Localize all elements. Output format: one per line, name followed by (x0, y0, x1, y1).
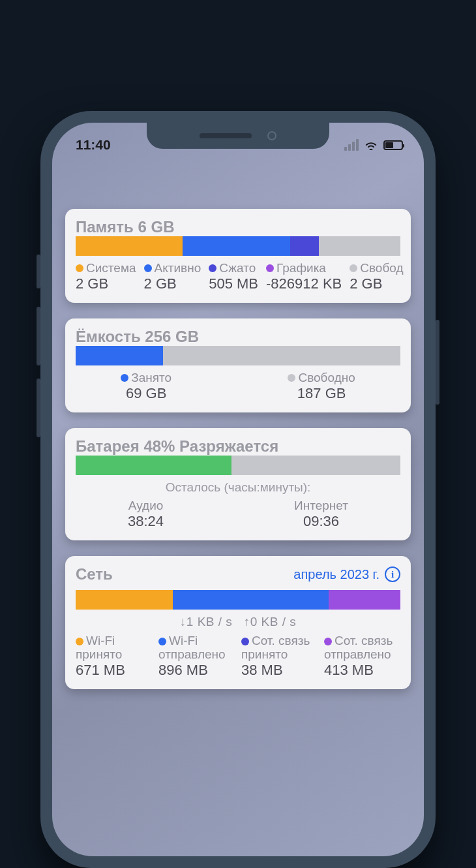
network-title: Сеть (76, 565, 113, 583)
battery-icon (383, 140, 403, 150)
network-period: апрель 2023 г. (293, 567, 379, 582)
legend-value: -826912 KB (266, 275, 342, 292)
legend-label-line1: Сот. связь (324, 634, 400, 648)
legend-value: 413 MB (324, 662, 400, 679)
bar-segment (76, 346, 163, 365)
volume-down-button[interactable] (37, 379, 40, 437)
legend-label: Активно (155, 261, 201, 275)
bar-segment (76, 456, 231, 475)
legend-item: Сжато505 MB (209, 261, 258, 292)
memory-title: Память 6 GB (76, 218, 400, 236)
legend-item: Wi-Fiотправлено896 MB (158, 634, 235, 679)
legend-item: Активно2 GB (144, 261, 201, 292)
mute-switch[interactable] (37, 255, 40, 288)
legend-dot-icon (76, 638, 83, 645)
legend-item: Занято69 GB (121, 371, 171, 402)
battery-bar (76, 456, 400, 475)
bar-segment (319, 236, 400, 256)
legend-item: Wi-Fiпринято671 MB (76, 634, 152, 679)
legend-dot-icon (241, 638, 249, 645)
storage-title: Ёмкость 256 GB (76, 328, 400, 346)
legend-label-line2: отправлено (324, 648, 400, 662)
network-legend: Wi-Fiпринято671 MBWi-Fiотправлено896 MBС… (76, 634, 400, 679)
status-right (344, 139, 403, 151)
bar-segment (76, 590, 173, 610)
legend-label: Система (86, 261, 136, 275)
legend-item: Интернет09:36 (294, 499, 348, 530)
legend-dot-icon (144, 264, 152, 272)
bar-segment (173, 590, 329, 610)
legend-value: 2 GB (144, 275, 201, 292)
legend-value: 2 GB (350, 275, 403, 292)
network-period-link[interactable]: апрель 2023 г. i (293, 566, 400, 582)
bar-segment (329, 590, 400, 610)
legend-value: 38 MB (241, 662, 318, 679)
content-column: Память 6 GB Система2 GBАктивно2 GBСжато5… (65, 209, 411, 689)
legend-dot-icon (350, 264, 357, 272)
legend-label-line1: Сот. связь (241, 634, 318, 648)
bar-segment (231, 456, 400, 475)
legend-item: Система2 GB (76, 261, 136, 292)
wifi-icon (364, 140, 378, 150)
status-bar: 11:40 (52, 123, 424, 161)
legend-value: 505 MB (209, 275, 258, 292)
legend-label: Свобод (360, 261, 403, 275)
legend-label: Сжато (219, 261, 256, 275)
power-button[interactable] (436, 320, 439, 405)
legend-value: 2 GB (76, 275, 136, 292)
cellular-signal-icon (344, 139, 359, 151)
legend-label-line1: Wi-Fi (158, 634, 235, 648)
legend-value: 187 GB (297, 385, 346, 402)
legend-label: Занято (131, 371, 171, 385)
legend-value: 38:24 (128, 513, 164, 530)
storage-legend: Занято69 GBСвободно187 GB (76, 371, 400, 402)
legend-dot-icon (266, 264, 274, 272)
battery-legend: Аудио38:24Интернет09:36 (76, 499, 400, 530)
legend-dot-icon (288, 374, 295, 382)
legend-label: Графика (276, 261, 326, 275)
battery-caption: Осталось (часы:минуты): (76, 480, 400, 495)
legend-value: 671 MB (76, 662, 152, 679)
legend-label: Интернет (294, 499, 348, 513)
legend-dot-icon (158, 638, 166, 645)
screen: 11:40 Память 6 GB Система2 GBАктивно2 GB… (52, 123, 424, 856)
legend-dot-icon (209, 264, 216, 272)
storage-card[interactable]: Ёмкость 256 GB Занято69 GBСвободно187 GB (65, 318, 411, 412)
speed-down: ↓1 KB / s (180, 615, 233, 628)
legend-item: Свободно187 GB (288, 371, 355, 402)
battery-card[interactable]: Батарея 48% Разряжается Осталось (часы:м… (65, 428, 411, 540)
phone-frame: 11:40 Память 6 GB Система2 GBАктивно2 GB… (40, 111, 436, 868)
battery-title: Батарея 48% Разряжается (76, 437, 400, 456)
network-speed: ↓1 KB / s ↑0 KB / s (76, 615, 400, 629)
legend-dot-icon (121, 374, 128, 382)
memory-bar (76, 236, 400, 256)
bar-segment (163, 346, 400, 365)
legend-value: 896 MB (158, 662, 235, 679)
info-icon[interactable]: i (385, 566, 400, 582)
legend-label-line2: отправлено (158, 648, 235, 662)
bar-segment (290, 236, 320, 256)
memory-card[interactable]: Память 6 GB Система2 GBАктивно2 GBСжато5… (65, 209, 411, 303)
legend-item: Графика-826912 KB (266, 261, 342, 292)
status-time: 11:40 (76, 137, 111, 153)
network-bar (76, 590, 400, 610)
legend-item: Сот. связьотправлено413 MB (324, 634, 400, 679)
legend-item: Аудио38:24 (128, 499, 164, 530)
network-card[interactable]: Сеть апрель 2023 г. i ↓1 KB / s ↑0 KB / … (65, 556, 411, 689)
legend-dot-icon (76, 264, 83, 272)
legend-label-line2: принято (76, 648, 152, 662)
legend-label-line2: принято (241, 648, 318, 662)
legend-label: Свободно (298, 371, 355, 385)
legend-item: Свобод2 GB (350, 261, 403, 292)
storage-bar (76, 346, 400, 365)
legend-dot-icon (324, 638, 332, 645)
bar-segment (183, 236, 290, 256)
legend-label: Аудио (128, 499, 164, 513)
volume-up-button[interactable] (37, 307, 40, 365)
speed-up: ↑0 KB / s (244, 615, 297, 628)
legend-item: Сот. связьпринято38 MB (241, 634, 318, 679)
legend-value: 69 GB (126, 385, 166, 402)
memory-legend: Система2 GBАктивно2 GBСжато505 MBГрафика… (76, 261, 411, 292)
legend-value: 09:36 (303, 513, 339, 530)
legend-label-line1: Wi-Fi (76, 634, 152, 648)
